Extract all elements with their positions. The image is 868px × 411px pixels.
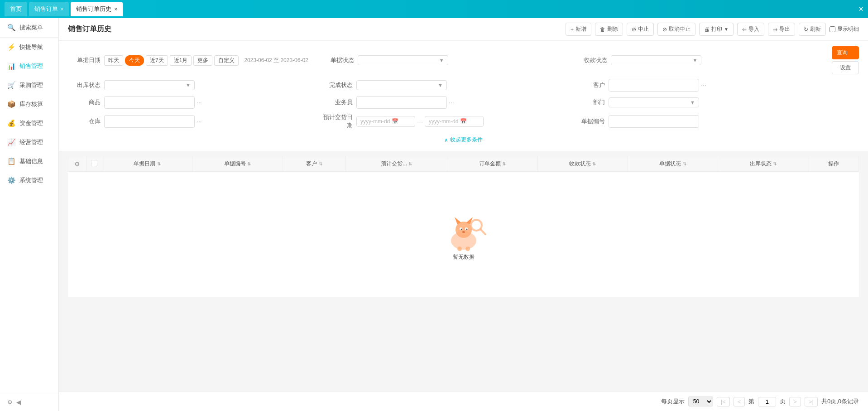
query-label: 查询: [837, 49, 848, 57]
refresh-icon: ↻: [804, 26, 808, 33]
date-1month-btn[interactable]: 近1月: [170, 55, 192, 66]
table-area: ⚙ 单据日期 ⇅ 单据编号 ⇅: [59, 151, 868, 392]
sidebar-item-quicknav[interactable]: ⚡ 快捷导航: [0, 38, 58, 57]
sidebar-item-inventory[interactable]: 📦 库存核算: [0, 95, 58, 114]
customer-input[interactable]: [609, 79, 699, 92]
refresh-button[interactable]: ↻ 刷新: [799, 23, 826, 36]
add-label: 新增: [575, 25, 586, 33]
salesperson-input[interactable]: [356, 96, 447, 109]
payment-status-arrow-icon: ▼: [692, 58, 697, 63]
department-select[interactable]: ▼: [609, 97, 699, 107]
top-bar: 首页 销售订单 × 销售订单历史 × ×: [0, 0, 868, 18]
tab-sales-order[interactable]: 销售订单 ×: [29, 2, 69, 16]
delete-button[interactable]: 🗑 删除: [595, 23, 623, 36]
page-label: 第: [748, 397, 754, 406]
sidebar-item-purchase[interactable]: 🛒 采购管理: [0, 76, 58, 95]
next-page-button[interactable]: >: [789, 397, 801, 406]
product-more-btn[interactable]: ···: [197, 99, 202, 106]
date-7days-btn[interactable]: 近7天: [146, 55, 168, 66]
filter-row-4: 仓库 ··· 预计交货日期 yyyy-mm-dd 📅 —: [68, 113, 859, 130]
tab-sales-order-history-close[interactable]: ×: [114, 6, 117, 12]
add-icon: +: [571, 26, 574, 33]
tab-sales-order-close[interactable]: ×: [61, 6, 63, 12]
date-today-btn[interactable]: 今天: [125, 55, 144, 66]
last-page-button[interactable]: >|: [805, 397, 818, 406]
table-col-number[interactable]: 单据编号 ⇅: [192, 156, 283, 172]
salesperson-more-btn[interactable]: ···: [449, 99, 454, 106]
stop-button[interactable]: ⊘ 中止: [627, 23, 654, 36]
warehouse-more-btn[interactable]: ···: [197, 118, 202, 125]
tab-home[interactable]: 首页: [5, 2, 27, 16]
payment-status-select[interactable]: ▼: [611, 55, 701, 65]
expected-delivery-start[interactable]: yyyy-mm-dd 📅: [356, 116, 415, 127]
calendar-icon-1: 📅: [392, 118, 398, 125]
page-title: 销售订单历史: [68, 24, 111, 34]
settings-button[interactable]: 设置: [832, 61, 859, 74]
sidebar-item-sales[interactable]: 📊 销售管理: [0, 57, 58, 76]
query-button[interactable]: 查询: [832, 46, 859, 59]
display-detail-checkbox[interactable]: [830, 26, 835, 32]
page-suffix: 页: [780, 397, 786, 406]
page-number-input[interactable]: [758, 397, 776, 406]
per-page-select[interactable]: 50 10 20 100: [688, 396, 713, 406]
table-col-date[interactable]: 单据日期 ⇅: [102, 156, 192, 172]
payment-status-label: 收款状态: [575, 56, 611, 64]
product-input[interactable]: [104, 96, 195, 109]
table-col-delivery-status[interactable]: 出库状态 ⇅: [718, 156, 808, 172]
import-button[interactable]: ⇐ 导入: [737, 23, 764, 36]
svg-point-7: [466, 229, 467, 230]
date-yesterday-btn[interactable]: 昨天: [104, 55, 123, 66]
table-settings-button[interactable]: ⚙: [74, 160, 80, 168]
collapse-sidebar-icon[interactable]: ◀: [16, 399, 21, 406]
table-col-customer[interactable]: 客户 ⇅: [283, 156, 346, 172]
col-date-sort-icon: ⇅: [157, 161, 161, 166]
complete-status-select[interactable]: ▼: [356, 80, 447, 90]
department-arrow-icon: ▼: [690, 100, 695, 105]
footer-pagination: 每页显示 50 10 20 100 |< < 第 页 > >| 共0页,0条记录: [59, 392, 868, 411]
window-close-button[interactable]: ×: [858, 5, 863, 14]
print-icon: 🖨: [704, 26, 710, 33]
table-col-action: 操作: [808, 156, 859, 172]
order-status-select[interactable]: ▼: [358, 55, 448, 65]
first-page-button[interactable]: |<: [717, 397, 730, 406]
delete-icon: 🗑: [600, 26, 605, 33]
sidebar-item-search[interactable]: 🔍 搜索菜单: [0, 18, 58, 38]
date-more-btn[interactable]: 更多: [193, 55, 212, 66]
sidebar-item-basic-info[interactable]: 📋 基础信息: [0, 152, 58, 171]
sales-icon: 📊: [7, 62, 16, 70]
order-status-arrow-icon: ▼: [439, 58, 444, 63]
order-number-input[interactable]: [609, 115, 699, 128]
settings-gear-icon[interactable]: ⚙: [7, 399, 13, 406]
sidebar-item-finance[interactable]: 💰 资金管理: [0, 114, 58, 133]
table-col-order-status[interactable]: 单据状态 ⇅: [628, 156, 718, 172]
customer-more-btn[interactable]: ···: [701, 82, 706, 89]
empty-state: 暂无数据: [68, 172, 859, 297]
empty-state-row: 暂无数据: [68, 172, 859, 298]
management-icon: 📈: [7, 138, 16, 146]
sidebar-item-purchase-label: 采购管理: [19, 81, 43, 89]
sidebar-item-system[interactable]: ⚙️ 系统管理: [0, 171, 58, 190]
warehouse-input[interactable]: [104, 115, 195, 128]
sidebar-item-system-label: 系统管理: [19, 176, 43, 184]
warehouse-filter-label: 仓库: [68, 117, 104, 126]
table-col-amount[interactable]: 订单金额 ⇅: [447, 156, 537, 172]
add-button[interactable]: + 新增: [566, 23, 591, 36]
print-button[interactable]: 🖨 打印 ▼: [699, 23, 734, 36]
sidebar-item-management[interactable]: 📈 经营管理: [0, 133, 58, 152]
col-amount-label: 订单金额: [479, 160, 501, 167]
export-button[interactable]: ⇒ 导出: [768, 23, 795, 36]
table-col-delivery[interactable]: 预计交货... ⇅: [346, 156, 447, 172]
delivery-status-select[interactable]: ▼: [104, 80, 195, 90]
expected-delivery-end[interactable]: yyyy-mm-dd 📅: [425, 116, 484, 127]
prev-page-button[interactable]: <: [734, 397, 745, 406]
tab-sales-order-history[interactable]: 销售订单历史 ×: [71, 2, 122, 16]
total-records-text: 共0页,0条记录: [821, 397, 859, 406]
collapse-filter-row[interactable]: ∧ 收起更多条件: [68, 134, 859, 145]
tab-home-label: 首页: [10, 5, 22, 13]
cancel-stop-button[interactable]: ⊘ 取消中止: [657, 23, 695, 36]
date-custom-btn[interactable]: 自定义: [214, 55, 239, 66]
table-col-payment-status[interactable]: 收款状态 ⇅: [537, 156, 628, 172]
sidebar: 🔍 搜索菜单 ⚡ 快捷导航 📊 销售管理 🛒 采购管理 📦 库存核算 💰 资金管…: [0, 18, 59, 411]
delivery-status-arrow-icon: ▼: [186, 82, 191, 88]
table-select-all-checkbox[interactable]: [91, 160, 97, 166]
